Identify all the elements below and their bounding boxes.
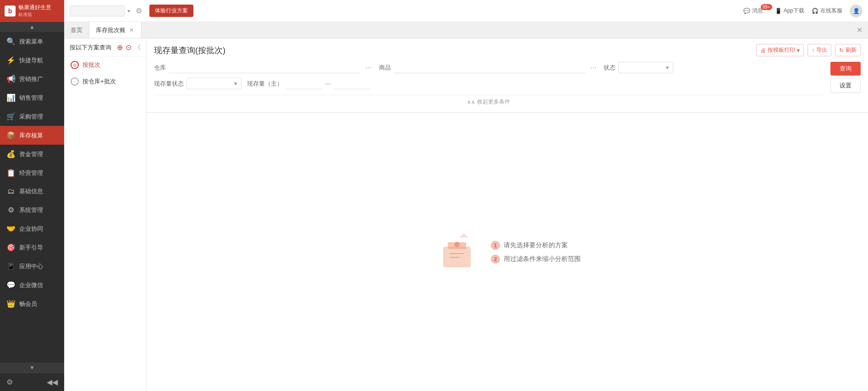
avatar-icon: 👤 xyxy=(853,8,860,14)
refresh-icon: ↻ xyxy=(839,47,844,54)
filter-row-1: 仓库 ··· 商品 ··· 状态 xyxy=(154,62,823,73)
sidebar-item-inventory[interactable]: 📦 库存核算 xyxy=(0,126,64,145)
app-download-btn[interactable]: 📱 App下载 xyxy=(775,7,804,15)
export-btn[interactable]: ↑ 导出 xyxy=(808,44,831,56)
sidebar-header: b 畅康通好生意 标准版 xyxy=(0,0,64,22)
tab-inventory-batch-label: 库存批次账 xyxy=(96,26,126,34)
tip-num-2: 2 xyxy=(491,255,500,264)
collapse-more-btn[interactable]: ∧∧ 收起更多条件 xyxy=(154,95,823,109)
warehouse-input[interactable] xyxy=(169,62,361,73)
print-dropdown-arrow[interactable]: ▾ xyxy=(797,47,800,54)
settings-plan-icon[interactable]: ⊙ xyxy=(126,43,132,52)
settings-icon[interactable]: ⚙ xyxy=(6,378,13,386)
quantity-max-input[interactable] xyxy=(334,78,370,89)
status-select[interactable]: ▾ xyxy=(618,62,673,73)
stock-status-dropdown-arrow: ▾ xyxy=(234,80,237,87)
trial-btn[interactable]: 体验行业方案 xyxy=(149,5,193,17)
tab-bar: 首页 库存批次账 ✕ ✕ xyxy=(64,22,868,38)
quantity-min-input[interactable] xyxy=(286,78,322,89)
plan-icon-active: ⊙ xyxy=(71,61,79,69)
query-btn[interactable]: 查询 xyxy=(830,62,861,76)
sidebar-item-sales[interactable]: 📊 销售管理 xyxy=(0,88,64,107)
top-bar: ▾ ⚙ 体验行业方案 💬 消息 99+ 📱 App下载 🎧 在线客服 👤 xyxy=(64,0,868,22)
query-header: 现存量查询(按批次) 🖨 按模板打印 ▾ ↑ 导出 ↻ xyxy=(147,38,868,113)
warehouse-more-icon[interactable]: ··· xyxy=(363,64,373,72)
company-name: 畅康通好生意 xyxy=(18,4,51,11)
empty-tip-1: 1 请先选择要分析的方案 xyxy=(491,241,581,250)
sidebar-item-enterprise-wechat[interactable]: 💬 企业微信 xyxy=(0,276,64,294)
collapse-panel-icon[interactable]: 《 xyxy=(134,43,141,52)
search-dropdown-arrow[interactable]: ▾ xyxy=(127,8,130,14)
content-area: 按以下方案查询 ⊕ ⊙ 《 ⊙ 按批次 ○ 按仓库+批次 现存量查询(按批次) xyxy=(64,38,868,391)
sidebar-item-membership[interactable]: 👑 畅会员 xyxy=(0,294,64,313)
filter-panel-actions: ⊕ ⊙ 《 xyxy=(117,43,141,52)
sidebar-item-search[interactable]: 🔍 搜索菜单 xyxy=(0,32,64,51)
sidebar-item-newbie[interactable]: 🎯 新手引导 xyxy=(0,238,64,257)
query-area: 现存量查询(按批次) 🖨 按模板打印 ▾ ↑ 导出 ↻ xyxy=(147,38,868,391)
sidebar-item-system[interactable]: ⚙ 系统管理 xyxy=(0,201,64,219)
top-gear-icon[interactable]: ⚙ xyxy=(136,6,142,15)
query-actions: 🖨 按模板打印 ▾ ↑ 导出 ↻ 刷新 xyxy=(756,44,861,56)
finance-icon: 💰 xyxy=(6,150,16,158)
chevron-up-icon: ∧∧ xyxy=(467,99,475,105)
main-area: ▾ ⚙ 体验行业方案 💬 消息 99+ 📱 App下载 🎧 在线客服 👤 xyxy=(64,0,868,391)
goods-more-icon[interactable]: ··· xyxy=(588,64,598,72)
tip-text-2: 用过滤条件来缩小分析范围 xyxy=(504,255,581,263)
sidebar-item-purchase[interactable]: 🛒 采购管理 xyxy=(0,107,64,126)
plan-item-warehouse-batch[interactable]: ○ 按仓库+批次 xyxy=(64,73,146,90)
sidebar-item-basics[interactable]: 🗂 基础信息 xyxy=(0,182,64,201)
sidebar-item-quick-nav[interactable]: ⚡ 快捷导航 xyxy=(0,51,64,70)
sidebar-item-label: 企业协同 xyxy=(19,225,43,233)
lightning-icon: ⚡ xyxy=(6,56,16,65)
stock-status-select[interactable]: ▾ xyxy=(187,78,242,89)
export-label: 导出 xyxy=(816,46,827,54)
sidebar-item-enterprise[interactable]: 🤝 企业协同 xyxy=(0,219,64,238)
sidebar-item-app-center[interactable]: 📱 应用中心 xyxy=(0,257,64,276)
sidebar-item-operations[interactable]: 📋 经营管理 xyxy=(0,163,64,182)
sidebar-item-label: 搜索菜单 xyxy=(19,38,43,46)
filter-panel: 按以下方案查询 ⊕ ⊙ 《 ⊙ 按批次 ○ 按仓库+批次 xyxy=(64,38,147,391)
message-icon: 💬 xyxy=(743,8,750,14)
query-title-row: 现存量查询(按批次) 🖨 按模板打印 ▾ ↑ 导出 ↻ xyxy=(154,44,861,56)
sidebar-item-label: 基础信息 xyxy=(19,187,43,196)
phone-icon: 📱 xyxy=(775,8,782,14)
basics-icon: 🗂 xyxy=(6,187,16,196)
empty-illustration xyxy=(434,228,480,276)
empty-svg xyxy=(434,228,480,274)
collapse-sidebar-icon[interactable]: ◀◀ xyxy=(47,378,58,386)
messages-btn[interactable]: 💬 消息 99+ xyxy=(743,7,768,15)
search-input[interactable] xyxy=(70,5,125,16)
newbie-icon: 🎯 xyxy=(6,243,16,252)
scroll-up-btn[interactable]: ▲ xyxy=(0,22,64,32)
template-print-label: 按模板打印 xyxy=(768,46,795,54)
tab-close-icon[interactable]: ✕ xyxy=(128,27,135,33)
filter-panel-title: 按以下方案查询 xyxy=(70,43,111,52)
tab-home-label: 首页 xyxy=(71,26,82,34)
range-dash: — xyxy=(325,80,331,87)
tab-close-main-icon[interactable]: ✕ xyxy=(851,26,868,34)
marketing-icon: 📢 xyxy=(6,75,16,83)
online-service-btn[interactable]: 🎧 在线客服 xyxy=(812,7,842,15)
messages-badge: 99+ xyxy=(761,4,772,10)
sidebar-nav: 🔍 搜索菜单 ⚡ 快捷导航 📢 营销推广 📊 销售管理 🛒 采购管理 📦 库存核… xyxy=(0,32,64,363)
plan-item-batch[interactable]: ⊙ 按批次 xyxy=(64,57,146,73)
refresh-btn[interactable]: ↻ 刷新 xyxy=(835,44,861,56)
svg-marker-5 xyxy=(459,233,468,238)
goods-input[interactable] xyxy=(394,62,586,73)
empty-tips: 1 请先选择要分析的方案 2 用过滤条件来缩小分析范围 xyxy=(491,241,581,264)
tab-home[interactable]: 首页 xyxy=(64,22,89,38)
online-service-label: 在线客服 xyxy=(820,7,842,15)
goods-filter: 商品 ··· xyxy=(379,62,599,73)
empty-state: 1 请先选择要分析的方案 2 用过滤条件来缩小分析范围 xyxy=(147,113,868,391)
goods-label: 商品 xyxy=(379,64,391,72)
settings-btn[interactable]: 设置 xyxy=(830,78,861,93)
scroll-down-btn[interactable]: ▼ xyxy=(0,363,64,373)
filter-panel-header: 按以下方案查询 ⊕ ⊙ 《 xyxy=(64,38,146,57)
sidebar-item-label: 企业微信 xyxy=(19,281,43,289)
sidebar-item-finance[interactable]: 💰 资金管理 xyxy=(0,145,64,163)
sidebar-item-marketing[interactable]: 📢 营销推广 xyxy=(0,70,64,88)
add-plan-icon[interactable]: ⊕ xyxy=(117,43,123,52)
user-profile-btn[interactable]: 👤 xyxy=(850,5,863,17)
tab-inventory-batch[interactable]: 库存批次账 ✕ xyxy=(89,22,142,38)
template-print-btn[interactable]: 🖨 按模板打印 ▾ xyxy=(756,44,804,56)
